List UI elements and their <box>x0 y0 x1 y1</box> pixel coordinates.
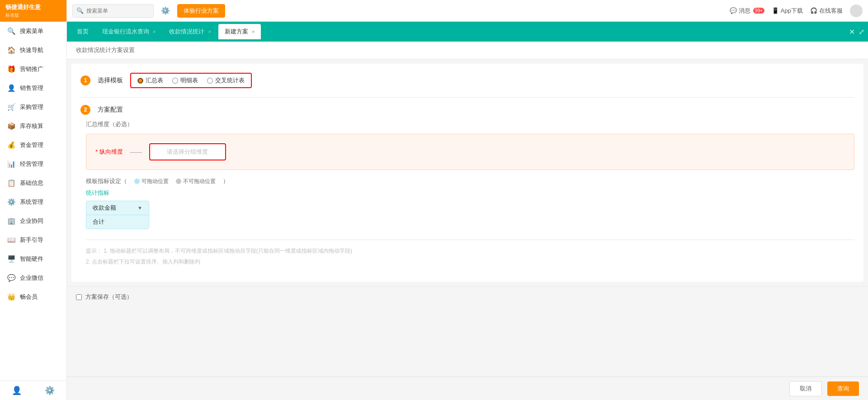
sidebar-item-management[interactable]: 📊 经营管理 <box>0 155 66 174</box>
metrics-section: 模板指标设定（ 可拖动位置 不可拖动位置 ） 统计指标 <box>86 177 854 231</box>
sidebar-item-cooperation[interactable]: 🏢 企业协同 <box>0 212 66 231</box>
sidebar-item-member[interactable]: 👑 畅会员 <box>0 287 66 306</box>
topbar: 🔍 ⚙️ 体验行业方案 💬 消息 99+ 📱 App下载 🎧 在线客服 <box>67 0 868 22</box>
radio-detail-input[interactable] <box>172 78 178 84</box>
gear-icon: ⚙️ <box>7 198 15 206</box>
tips-area: 提示： 1. 拖动标题栏可以调整布局，不可跨维度或指标区域拖动目字段(只能在同一… <box>86 240 854 273</box>
sidebar-item-label: 企业微信 <box>20 274 43 282</box>
sidebar-bottom-settings[interactable]: ⚙️ <box>45 386 55 395</box>
tab-receipt-stats-label: 收款情况统计 <box>169 28 204 36</box>
dimension-label: 汇总维度（必选） <box>86 120 854 128</box>
tab-cash-bank-close[interactable]: × <box>153 29 156 34</box>
chart-icon: 📊 <box>7 160 15 168</box>
sidebar-item-label: 新手引导 <box>20 236 43 244</box>
save-label[interactable]: 方案保存（可选） <box>85 293 132 301</box>
sidebar: 畅捷通好生意 标准版 🔍 搜索菜单 🏠 快速导航 🎁 营销推广 👤 销售管理 🛒… <box>0 0 67 400</box>
dimension-row: * 纵向维度 —— 请选择分组维度 <box>95 143 845 160</box>
radio-cross-input[interactable] <box>207 78 213 84</box>
tab-new-plan-close[interactable]: × <box>252 29 255 34</box>
template-radio-group: 汇总表 明细表 交叉统计表 <box>130 73 252 88</box>
download-item[interactable]: 📱 App下载 <box>772 7 803 15</box>
sidebar-item-finance[interactable]: 💰 资金管理 <box>0 136 66 155</box>
sidebar-item-label: 畅会员 <box>20 293 38 301</box>
sidebar-item-search[interactable]: 🔍 搜索菜单 <box>0 22 66 41</box>
monitor-icon: 🖥️ <box>7 255 15 263</box>
chat-icon: 💬 <box>7 274 15 282</box>
metrics-header: 模板指标设定（ 可拖动位置 不可拖动位置 ） <box>86 177 854 185</box>
draggable-hint: 可拖动位置 <box>134 178 169 185</box>
footer-bar: 取消 查询 <box>67 376 868 400</box>
chevron-down-icon[interactable]: ▼ <box>137 205 142 211</box>
tabbar-controls: ✕ ⤢ <box>849 28 864 36</box>
dimension-area: * 纵向维度 —— 请选择分组维度 <box>86 134 854 170</box>
sidebar-item-purchase[interactable]: 🛒 采购管理 <box>0 98 66 117</box>
tab-new-plan[interactable]: 新建方案 × <box>218 24 261 39</box>
logo-text: 畅捷通好生意 <box>5 3 41 11</box>
sidebar-nav: 🔍 搜索菜单 🏠 快速导航 🎁 营销推广 👤 销售管理 🛒 采购管理 📦 库存核… <box>0 22 66 381</box>
topbar-right: 💬 消息 99+ 📱 App下载 🎧 在线客服 <box>730 5 863 17</box>
page-header: 收款情况统计方案设置 <box>67 42 868 59</box>
metrics-title: 统计指标 <box>86 189 854 197</box>
dimension-select[interactable]: 请选择分组维度 <box>149 143 226 160</box>
tip-2: 2. 点击标题栏下拉可设置排序、插入列和删除列 <box>86 256 854 267</box>
tab-cash-bank[interactable]: 现金银行流水查询 × <box>96 24 162 39</box>
tab-expand-icon[interactable]: ⤢ <box>859 28 864 36</box>
radio-summary[interactable]: 汇总表 <box>137 76 163 85</box>
draggable-label: 可拖动位置 <box>142 178 169 185</box>
sidebar-item-label: 智能硬件 <box>20 255 43 263</box>
sidebar-item-label: 采购管理 <box>20 103 43 111</box>
topbar-search-box[interactable]: 🔍 <box>72 4 154 18</box>
book-icon: 📖 <box>7 236 15 244</box>
metrics-table: 收款金额 ▼ 合计 <box>86 201 149 229</box>
radio-cross-label: 交叉统计表 <box>215 76 245 85</box>
sidebar-item-label: 库存核算 <box>20 122 43 130</box>
sidebar-item-sales[interactable]: 👤 销售管理 <box>0 79 66 98</box>
sidebar-item-hardware[interactable]: 🖥️ 智能硬件 <box>0 249 66 268</box>
vertical-dimension-label: * 纵向维度 <box>95 148 123 156</box>
tab-close-all-icon[interactable]: ✕ <box>849 28 855 36</box>
save-row: 方案保存（可选） <box>67 286 868 307</box>
radio-cross[interactable]: 交叉统计表 <box>207 76 245 85</box>
tab-home[interactable]: 首页 <box>71 24 95 39</box>
radio-detail-label: 明细表 <box>180 76 198 85</box>
dimension-arrow: —— <box>130 149 142 155</box>
service-item[interactable]: 🎧 在线客服 <box>810 7 843 15</box>
service-label: 在线客服 <box>819 7 843 15</box>
sidebar-item-label: 系统管理 <box>20 198 43 206</box>
user-icon: 👤 <box>7 84 15 92</box>
tab-receipt-stats[interactable]: 收款情况统计 × <box>163 24 217 39</box>
draggable-dot <box>134 179 140 184</box>
search-icon: 🔍 <box>7 27 15 35</box>
sidebar-item-guide[interactable]: 📖 新手引导 <box>0 231 66 249</box>
save-checkbox[interactable] <box>76 294 82 300</box>
section-1-number: 1 <box>80 75 90 85</box>
sidebar-item-inventory[interactable]: 📦 库存核算 <box>0 117 66 136</box>
non-draggable-label: 不可拖动位置 <box>183 178 216 185</box>
download-icon: 📱 <box>772 7 779 14</box>
sidebar-item-system[interactable]: ⚙️ 系统管理 <box>0 193 66 212</box>
tip-1: 提示： 1. 拖动标题栏可以调整布局，不可跨维度或指标区域拖动目字段(只能在同一… <box>86 245 854 256</box>
industry-btn[interactable]: 体验行业方案 <box>177 4 225 18</box>
sidebar-item-label: 资金管理 <box>20 141 43 149</box>
sidebar-item-marketing[interactable]: 🎁 营销推广 <box>0 60 66 79</box>
message-item[interactable]: 💬 消息 99+ <box>730 7 764 15</box>
config-area: 2 方案配置 汇总维度（必选） * 纵向维度 —— 请选择分组维度 <box>80 97 854 273</box>
user-avatar[interactable] <box>850 5 863 17</box>
service-icon: 🎧 <box>810 7 817 14</box>
radio-summary-input[interactable] <box>137 78 143 84</box>
tab-receipt-stats-close[interactable]: × <box>208 29 211 34</box>
sidebar-item-basic-info[interactable]: 📋 基础信息 <box>0 174 66 193</box>
metrics-column-header[interactable]: 收款金额 ▼ <box>86 201 149 215</box>
sidebar-item-label: 销售管理 <box>20 84 43 92</box>
settings-icon[interactable]: ⚙️ <box>161 6 170 15</box>
cancel-button[interactable]: 取消 <box>789 381 822 396</box>
sidebar-item-wechat[interactable]: 💬 企业微信 <box>0 268 66 287</box>
query-button[interactable]: 查询 <box>827 381 859 396</box>
sidebar-bottom-user[interactable]: 👤 <box>12 386 22 395</box>
sidebar-logo: 畅捷通好生意 标准版 <box>0 0 66 22</box>
sidebar-item-quick-nav[interactable]: 🏠 快速导航 <box>0 41 66 60</box>
search-input[interactable] <box>86 8 150 14</box>
radio-detail[interactable]: 明细表 <box>172 76 198 85</box>
metrics-total-row: 合计 <box>86 215 149 229</box>
message-icon: 💬 <box>730 7 737 14</box>
